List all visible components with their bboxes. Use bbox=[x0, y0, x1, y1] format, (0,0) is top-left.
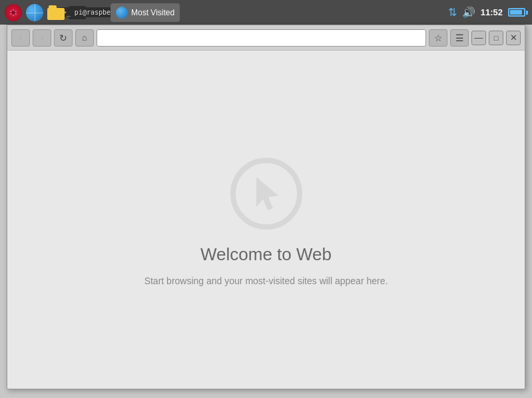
forward-button[interactable]: › bbox=[33, 29, 51, 47]
welcome-subtitle: Start browsing and your most-visited sit… bbox=[144, 276, 388, 286]
active-window-label: Most Visited bbox=[131, 8, 174, 17]
volume-icon[interactable]: 🔊 bbox=[462, 6, 475, 19]
maximize-button[interactable]: □ bbox=[489, 31, 503, 45]
svg-point-3 bbox=[15, 10, 17, 12]
svg-point-4 bbox=[15, 13, 17, 15]
taskbar-terminal2-button[interactable]: >_ pi@raspberry: ~ bbox=[89, 3, 108, 22]
minimize-button[interactable]: — bbox=[471, 31, 486, 45]
taskbar-browser-icon[interactable] bbox=[25, 3, 44, 22]
browser-menu-button[interactable]: ☰ bbox=[450, 29, 469, 47]
taskbar-raspberry-pi-button[interactable] bbox=[4, 3, 23, 22]
reload-button[interactable]: ↻ bbox=[54, 29, 73, 47]
folder-icon bbox=[47, 5, 65, 20]
browser-window: ‹ › ↻ ⌂ ☆ ☰ — □ ✕ bbox=[7, 25, 525, 389]
active-window-icon bbox=[116, 7, 128, 19]
battery-fill bbox=[510, 10, 522, 15]
browser-content: Welcome to Web Start browsing and your m… bbox=[7, 51, 525, 389]
bookmark-button[interactable]: ☆ bbox=[429, 29, 447, 47]
svg-point-6 bbox=[10, 13, 12, 15]
battery-indicator bbox=[508, 8, 528, 17]
taskbar-tray: ⇅ 🔊 11:52 bbox=[448, 6, 528, 19]
svg-point-2 bbox=[13, 9, 15, 11]
taskbar-active-window[interactable]: Most Visited bbox=[111, 3, 180, 22]
url-bar[interactable] bbox=[97, 29, 426, 47]
network-icon[interactable]: ⇅ bbox=[448, 6, 457, 19]
svg-point-5 bbox=[13, 14, 15, 16]
close-button[interactable]: ✕ bbox=[506, 31, 521, 45]
svg-marker-9 bbox=[256, 177, 278, 210]
home-button[interactable]: ⌂ bbox=[75, 29, 94, 47]
taskbar-folder-button[interactable] bbox=[47, 3, 65, 22]
back-button[interactable]: ‹ bbox=[11, 29, 30, 47]
raspberry-pi-icon bbox=[5, 4, 22, 21]
battery-tip bbox=[526, 11, 528, 15]
svg-point-7 bbox=[10, 10, 12, 12]
battery-body bbox=[508, 8, 525, 17]
taskbar: >_ >_ pi@raspberry: ~ Most Visited ⇅ 🔊 1… bbox=[0, 0, 532, 25]
clock: 11:52 bbox=[481, 7, 503, 17]
browser-toolbar: ‹ › ↻ ⌂ ☆ ☰ — □ ✕ bbox=[7, 25, 525, 51]
welcome-title: Welcome to Web bbox=[200, 244, 332, 265]
welcome-browser-icon bbox=[226, 154, 306, 234]
globe-icon bbox=[26, 4, 43, 21]
